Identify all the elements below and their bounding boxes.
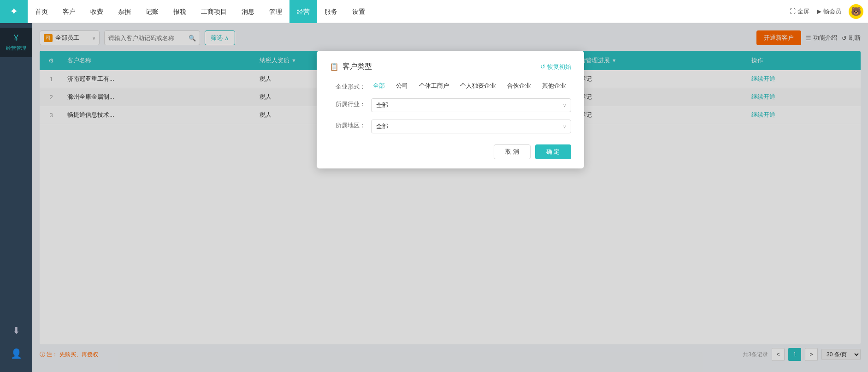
nav-items: 首页 客户 收费 票据 记账 报税 工商项目 消息 管理 经营 服务 设置	[28, 0, 790, 23]
download-icon: ⬇	[12, 325, 20, 336]
chevron-down-icon: ∨	[563, 124, 566, 129]
cancel-button[interactable]: 取 消	[494, 144, 531, 159]
reset-label: 恢复初始	[547, 63, 571, 71]
radio-group: 全部 公司 个体工商户 个人独资企业 合伙企业 其他企业	[371, 81, 571, 91]
logo-icon: ✦	[10, 6, 18, 18]
region-value: 全部	[376, 122, 388, 131]
industry-label: 所属行业：	[330, 98, 371, 108]
nav-operation[interactable]: 经营	[289, 0, 317, 23]
radio-individual[interactable]: 个体工商户	[417, 81, 451, 91]
modal-title-icon: 📋	[330, 62, 339, 71]
nav-message[interactable]: 消息	[234, 0, 262, 23]
nav-service[interactable]: 服务	[317, 0, 345, 23]
nav-right: ⛶ 全屏 ▶ 畅会员 🐻	[790, 4, 863, 19]
region-field: 全部 ∨	[371, 120, 571, 133]
vip-icon: ▶	[817, 8, 821, 15]
nav-client[interactable]: 客户	[55, 0, 83, 23]
region-select[interactable]: 全部 ∨	[371, 120, 571, 133]
user-icon: 👤	[11, 348, 22, 359]
modal-title-text: 客户类型	[342, 62, 372, 72]
industry-select[interactable]: 全部 ∨	[371, 98, 571, 112]
main-content: 司 全部员工 ∨ 🔍 筛选 ∧ 开通新客户 ☰ 功能介绍 ↺ 刷新	[32, 23, 868, 372]
radio-all[interactable]: 全部	[371, 81, 387, 91]
enterprise-form-label: 企业形式：	[330, 81, 371, 91]
modal-title: 📋 客户类型	[330, 62, 372, 72]
sidebar-item-operation[interactable]: ¥ 经营管理	[0, 28, 32, 57]
nav-manage[interactable]: 管理	[262, 0, 289, 23]
radio-other[interactable]: 其他企业	[540, 81, 568, 91]
industry-form-row: 所属行业： 全部 ∨	[330, 98, 571, 112]
sidebar: ¥ 经营管理 ⬇ 👤	[0, 23, 32, 372]
nav-invoice[interactable]: 票据	[111, 0, 138, 23]
region-form-row: 所属地区： 全部 ∨	[330, 120, 571, 133]
nav-business[interactable]: 工商项目	[194, 0, 234, 23]
radio-sole[interactable]: 个人独资企业	[458, 81, 498, 91]
chevron-down-icon: ∨	[563, 103, 566, 108]
modal-overlay: 📋 客户类型 ↺ 恢复初始 企业形式： 全部 公司 个体工商户	[32, 23, 868, 372]
nav-tax[interactable]: 报税	[166, 0, 194, 23]
user-icon-item[interactable]: 👤	[0, 344, 32, 363]
nav-bookkeeping[interactable]: 记账	[138, 0, 166, 23]
vip-label: 畅会员	[823, 7, 841, 16]
layout: ¥ 经营管理 ⬇ 👤 司 全部员工 ∨ 🔍 筛选	[0, 23, 868, 372]
fullscreen-icon: ⛶	[790, 8, 796, 15]
nav-home[interactable]: 首页	[28, 0, 55, 23]
top-nav: ✦ 首页 客户 收费 票据 记账 报税 工商项目 消息 管理 经营 服务 设置 …	[0, 0, 868, 23]
industry-field: 全部 ∨	[371, 98, 571, 112]
avatar[interactable]: 🐻	[849, 4, 863, 19]
download-icon-item[interactable]: ⬇	[0, 321, 32, 340]
radio-partnership[interactable]: 合伙企业	[505, 81, 533, 91]
region-label: 所属地区：	[330, 120, 371, 130]
filter-modal: 📋 客户类型 ↺ 恢复初始 企业形式： 全部 公司 个体工商户	[317, 51, 584, 168]
nav-settings[interactable]: 设置	[345, 0, 372, 23]
confirm-button[interactable]: 确 定	[535, 144, 571, 159]
enterprise-form-row: 企业形式： 全部 公司 个体工商户 个人独资企业 合伙企业 其他企业	[330, 81, 571, 91]
sidebar-bottom: ⬇ 👤	[0, 321, 32, 363]
reset-icon: ↺	[540, 63, 545, 70]
nav-billing[interactable]: 收费	[83, 0, 111, 23]
fullscreen-label: 全屏	[797, 7, 809, 16]
modal-header: 📋 客户类型 ↺ 恢复初始	[330, 62, 571, 72]
industry-value: 全部	[376, 101, 388, 109]
enterprise-options: 全部 公司 个体工商户 个人独资企业 合伙企业 其他企业	[371, 81, 571, 91]
logo: ✦	[0, 0, 28, 23]
yuan-icon: ¥	[14, 33, 18, 43]
reset-button[interactable]: ↺ 恢复初始	[540, 63, 571, 71]
sidebar-item-label: 经营管理	[6, 45, 26, 52]
modal-footer: 取 消 确 定	[330, 144, 571, 159]
fullscreen-button[interactable]: ⛶ 全屏	[790, 7, 809, 16]
radio-company[interactable]: 公司	[394, 81, 410, 91]
vip-button[interactable]: ▶ 畅会员	[817, 7, 841, 16]
